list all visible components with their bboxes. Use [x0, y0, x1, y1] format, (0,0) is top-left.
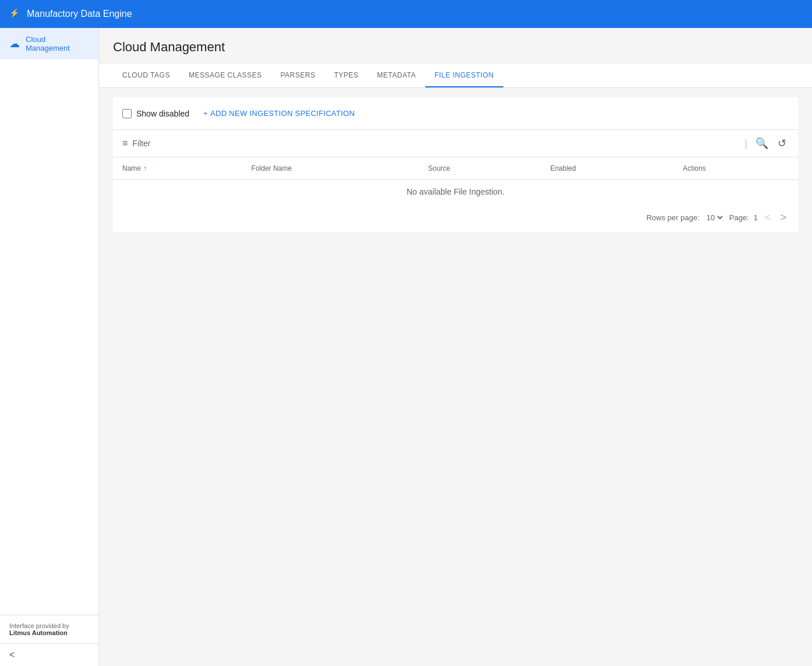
search-icon: 🔍: [755, 137, 768, 150]
sort-asc-icon[interactable]: ↑: [143, 164, 147, 172]
cloud-icon: ☁: [9, 37, 20, 50]
filter-bar: ≡ Filter | 🔍 ↺: [113, 129, 798, 157]
sidebar-item-label: Cloud Management: [26, 35, 89, 52]
th-source: Source: [419, 157, 541, 180]
page-value: 1: [754, 213, 758, 222]
main-content: Cloud Management CLOUD TAGS MESSAGE CLAS…: [99, 28, 812, 666]
collapse-icon: <: [9, 650, 15, 660]
search-button[interactable]: 🔍: [753, 135, 771, 152]
th-enabled-label: Enabled: [550, 164, 576, 172]
th-name-label: Name: [122, 164, 141, 172]
rows-per-page-label: Rows per page:: [647, 213, 700, 222]
next-page-button[interactable]: >: [778, 209, 789, 226]
th-folder-name-label: Folder Name: [252, 164, 292, 172]
page-label: Page:: [729, 213, 749, 222]
sidebar-footer: Interface provided by Litmus Automation: [0, 615, 98, 643]
sidebar: ☁ Cloud Management Interface provided by…: [0, 28, 99, 666]
filter-icon: ≡: [122, 138, 128, 149]
app-logo-icon: ⚡: [9, 8, 21, 20]
add-icon: +: [203, 109, 208, 118]
th-name: Name ↑: [113, 157, 242, 180]
app-title: Manufactory Data Engine: [27, 9, 132, 19]
tab-types[interactable]: TYPES: [324, 64, 368, 87]
refresh-button[interactable]: ↺: [775, 135, 789, 152]
next-page-icon: >: [780, 212, 786, 223]
add-ingestion-spec-button[interactable]: + ADD NEW INGESTION SPECIFICATION: [199, 107, 359, 120]
toolbar: Show disabled + ADD NEW INGESTION SPECIF…: [113, 97, 798, 129]
pagination: Rows per page: 10 25 50 Page: 1 < >: [113, 203, 798, 232]
page-title: Cloud Management: [113, 40, 798, 55]
tab-message-classes[interactable]: MESSAGE CLASSES: [179, 64, 271, 87]
th-actions-label: Actions: [683, 164, 705, 172]
prev-page-icon: <: [765, 212, 771, 223]
th-folder-name: Folder Name: [242, 157, 419, 180]
sidebar-footer-text: Interface provided by: [9, 622, 89, 629]
refresh-icon: ↺: [778, 137, 786, 150]
show-disabled-label: Show disabled: [136, 109, 189, 118]
th-enabled: Enabled: [541, 157, 674, 180]
tab-file-ingestion[interactable]: FILE INGESTION: [425, 64, 503, 87]
content-area: Show disabled + ADD NEW INGESTION SPECIF…: [113, 97, 798, 232]
show-disabled-checkbox[interactable]: [122, 109, 132, 118]
topbar: ⚡ Manufactory Data Engine: [0, 0, 812, 28]
sidebar-item-cloud-management[interactable]: ☁ Cloud Management: [0, 28, 98, 59]
prev-page-button[interactable]: <: [762, 209, 774, 226]
sidebar-footer-bold: Litmus Automation: [9, 629, 89, 636]
tab-parsers[interactable]: PARSERS: [271, 64, 324, 87]
sidebar-collapse-button[interactable]: <: [0, 643, 98, 666]
show-disabled-checkbox-label[interactable]: Show disabled: [122, 109, 189, 118]
tab-metadata[interactable]: METADATA: [368, 64, 425, 87]
th-source-label: Source: [428, 164, 450, 172]
add-button-label: ADD NEW INGESTION SPECIFICATION: [210, 109, 355, 118]
rows-per-page-select[interactable]: 10 25 50: [704, 213, 725, 223]
table-empty-message: No available File Ingestion.: [113, 180, 798, 204]
filter-label: Filter: [132, 139, 150, 148]
toolbar-divider: |: [744, 138, 747, 150]
tab-cloud-tags[interactable]: CLOUD TAGS: [113, 64, 179, 87]
table-header-row: Name ↑ Folder Name Source Enabled: [113, 157, 798, 180]
ingestion-table: Name ↑ Folder Name Source Enabled: [113, 157, 798, 203]
tab-bar: CLOUD TAGS MESSAGE CLASSES PARSERS TYPES…: [99, 64, 812, 88]
table-empty-row: No available File Ingestion.: [113, 180, 798, 204]
th-actions: Actions: [673, 157, 798, 180]
